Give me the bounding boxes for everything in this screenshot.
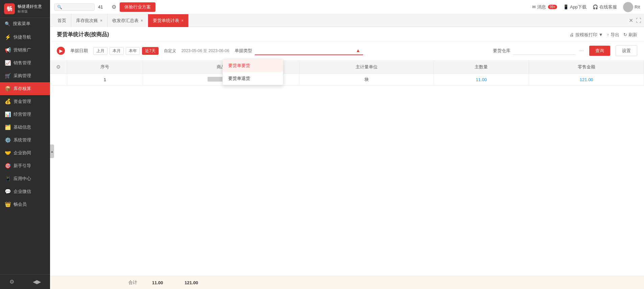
tab-batch-account-label: 库存批次账 xyxy=(76,18,98,24)
collapse-icon[interactable]: ◀▶ xyxy=(30,277,44,286)
filter-this-month-btn[interactable]: 本月 xyxy=(110,47,124,55)
footer-quantity: 11.00 xyxy=(144,280,171,285)
enterprise-icon: 🤝 xyxy=(5,150,11,156)
th-amount: 零售金额 xyxy=(529,61,644,74)
filter-this-year-btn[interactable]: 本年 xyxy=(126,47,140,55)
tab-order-stats-close[interactable]: × xyxy=(181,18,184,23)
messages-badge: 99+ xyxy=(548,5,557,9)
tab-order-stats[interactable]: 要货单统计表 × xyxy=(148,14,189,27)
th-settings[interactable]: ⚙ xyxy=(50,61,67,74)
quick-nav-icon: ⚡ xyxy=(5,34,11,40)
footer-amount: 121.00 xyxy=(178,280,205,285)
filter-expand-btn[interactable]: ▶ xyxy=(57,47,65,55)
logo-icon: 畅 xyxy=(4,3,15,14)
tab-order-stats-label: 要货单统计表 xyxy=(153,18,179,24)
filter-type-caret-icon[interactable]: ▲ xyxy=(356,48,360,53)
filter-type-label: 单据类型 xyxy=(235,48,252,54)
dropdown-option-requisition[interactable]: 要货单要货 xyxy=(223,59,283,72)
tab-shipping-summary-close[interactable]: × xyxy=(141,18,143,23)
sidebar-item-app-center[interactable]: 📱 应用中心 xyxy=(0,172,50,185)
page-content: 要货单统计表(按商品) 🖨 按模板打印 ▼ ↑ 导出 ↻ 刷新 ▶ xyxy=(50,27,644,289)
td-settings xyxy=(50,74,67,86)
service-icon: 🎧 xyxy=(593,4,598,9)
sidebar-item-guide[interactable]: 🎯 新手引导 xyxy=(0,159,50,172)
setting-btn[interactable]: 设置 xyxy=(616,45,637,56)
app-download-btn[interactable]: 📱 App下载 xyxy=(563,4,587,10)
tab-home[interactable]: 首页 xyxy=(53,14,71,27)
tab-home-label: 首页 xyxy=(57,18,66,24)
sidebar-item-basic-info[interactable]: 🗂️ 基础信息 xyxy=(0,121,50,134)
td-amount[interactable]: 121.00 xyxy=(529,74,644,86)
user-name: Rit xyxy=(635,4,640,9)
member-icon: 👑 xyxy=(5,201,11,207)
dropdown-option-return[interactable]: 要货单退货 xyxy=(223,72,283,85)
app-download-label: App下载 xyxy=(570,4,587,10)
search-icon: 🔍 xyxy=(5,21,10,26)
filter-type-section: 单据类型 ▲ xyxy=(235,46,487,55)
inventory-icon: 📦 xyxy=(5,86,11,92)
sidebar-collapse-btn[interactable]: ▲ xyxy=(50,144,54,158)
filter-custom-btn[interactable]: 自定义 xyxy=(164,48,176,54)
sidebar-item-finance[interactable]: 💰 资金管理 xyxy=(0,95,50,108)
system-icon: ⚙️ xyxy=(5,137,11,143)
th-unit: 主计量单位 xyxy=(300,61,434,74)
trial-btn[interactable]: 体验行业方案 xyxy=(120,2,156,12)
query-btn[interactable]: 查询 xyxy=(589,46,610,56)
sidebar-item-marketing[interactable]: 📢 营销推广 xyxy=(0,44,50,57)
online-service-btn[interactable]: 🎧 在线客服 xyxy=(593,4,617,10)
settings-bottom-icon[interactable]: ⚙ xyxy=(7,277,17,286)
filter-recent-7-btn[interactable]: 近7天 xyxy=(142,47,159,55)
filter-bar: ▶ 单据日期 上月 本月 本年 近7天 自定义 2023-05-06 至 202… xyxy=(50,41,644,61)
sidebar-item-label: 库存核算 xyxy=(14,86,31,92)
sidebar-bottom: ⚙ ◀▶ xyxy=(0,274,50,289)
topbar-search[interactable]: 🔍 xyxy=(54,3,95,11)
refresh-icon: ↻ xyxy=(623,32,627,37)
sidebar-item-member[interactable]: 👑 畅会员 xyxy=(0,198,50,211)
filter-prev-month-btn[interactable]: 上月 xyxy=(93,47,108,55)
filter-date-options: 上月 本月 本年 近7天 xyxy=(93,47,159,55)
sidebar-item-system[interactable]: ⚙️ 系统管理 xyxy=(0,134,50,147)
sidebar-item-label: 基础信息 xyxy=(14,124,31,130)
sidebar-item-label: 资金管理 xyxy=(14,98,31,105)
user-menu[interactable]: Rit xyxy=(623,2,640,12)
sidebar-item-wechat[interactable]: 💬 企业微信 xyxy=(0,185,50,198)
tab-shipping-summary[interactable]: 收发存汇总表 × xyxy=(108,14,148,27)
sidebar-item-purchase[interactable]: 🛒 采购管理 xyxy=(0,69,50,82)
topbar: 🔍 41 ⚙ 体验行业方案 ✉ 消息 99+ 📱 App下载 🎧 在线客服 Ri… xyxy=(50,0,644,14)
sidebar-item-label: 经营管理 xyxy=(14,111,31,117)
filter-warehouse-input[interactable] xyxy=(513,47,575,55)
table-settings-icon[interactable]: ⚙ xyxy=(56,64,61,70)
topbar-right: ✉ 消息 99+ 📱 App下载 🎧 在线客服 Rit xyxy=(532,2,640,12)
td-unit: 块 xyxy=(300,74,434,86)
filter-date-label: 单据日期 xyxy=(70,48,88,54)
sidebar-search[interactable]: 🔍 搜索菜单 xyxy=(0,18,50,29)
print-btn[interactable]: 🖨 按模板打印 ▼ xyxy=(570,32,603,38)
sidebar-item-operations[interactable]: 📊 经营管理 xyxy=(0,108,50,121)
sidebar-item-enterprise[interactable]: 🤝 企业协同 xyxy=(0,147,50,159)
tab-batch-account-close[interactable]: × xyxy=(100,18,102,23)
export-icon: ↑ xyxy=(607,32,610,37)
td-quantity[interactable]: 11.00 xyxy=(434,74,529,86)
topbar-gear-icon[interactable]: ⚙ xyxy=(112,4,116,10)
refresh-btn[interactable]: ↻ 刷新 xyxy=(623,32,637,38)
logo-text-block: 畅捷通好生意 标准版 xyxy=(18,4,42,14)
page-header: 要货单统计表(按商品) 🖨 按模板打印 ▼ ↑ 导出 ↻ 刷新 xyxy=(50,27,644,41)
sidebar-item-label: 系统管理 xyxy=(14,137,31,143)
tab-close-all-icon[interactable]: ✕ xyxy=(629,17,633,24)
td-no: 1 xyxy=(67,74,143,86)
tab-batch-account[interactable]: 库存批次账 × xyxy=(71,14,108,27)
page-actions: 🖨 按模板打印 ▼ ↑ 导出 ↻ 刷新 xyxy=(570,32,637,38)
search-label: 搜索菜单 xyxy=(13,21,30,27)
messages-btn[interactable]: ✉ 消息 99+ xyxy=(532,4,557,10)
topbar-number: 41 xyxy=(98,4,108,9)
tab-expand-icon[interactable]: ⛶ xyxy=(636,18,641,24)
sidebar-item-quick-nav[interactable]: ⚡ 快捷导航 xyxy=(0,31,50,44)
export-btn[interactable]: ↑ 导出 xyxy=(607,32,620,38)
sidebar-item-label: 采购管理 xyxy=(14,73,31,79)
sidebar-item-label: 企业微信 xyxy=(14,188,31,195)
sidebar-item-sales[interactable]: 📈 销售管理 xyxy=(0,57,50,69)
sidebar-logo: 畅 畅捷通好生意 标准版 xyxy=(0,0,50,18)
filter-type-select[interactable]: ▲ xyxy=(255,46,363,55)
filter-warehouse-dots-icon[interactable]: ··· xyxy=(579,48,584,54)
sidebar-item-inventory[interactable]: 📦 库存核算 xyxy=(0,82,50,95)
